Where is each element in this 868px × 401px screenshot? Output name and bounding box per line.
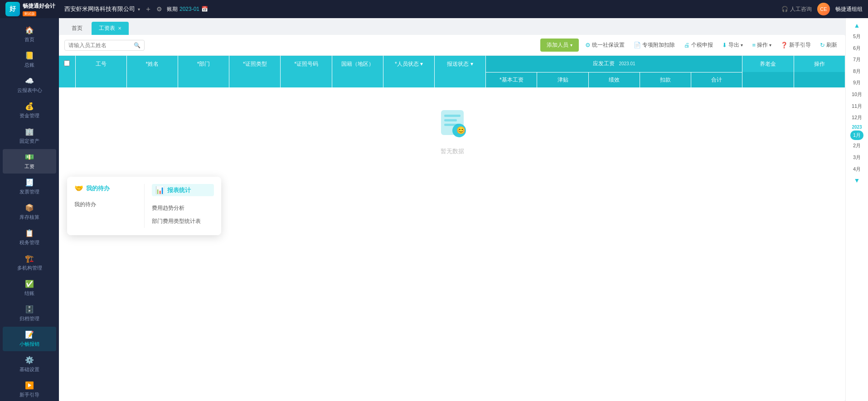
timeline-month-9[interactable]: 9月	[852, 77, 862, 89]
add-person-button[interactable]: 添加人员 ▾	[540, 39, 579, 52]
dropdown-col2-label: 报表统计	[167, 186, 191, 194]
th-cert-no: *证照号码	[281, 56, 332, 72]
settings-icon[interactable]: ⚙	[156, 5, 162, 13]
sidebar-label-inventory: 库存核算	[19, 214, 39, 221]
sidebar-item-fund[interactable]: 💰 资金管理	[3, 98, 56, 123]
period-label: 账期	[167, 5, 178, 13]
home-icon: 🏠	[25, 26, 34, 34]
calendar-icon[interactable]: 📅	[201, 6, 208, 12]
social-insurance-button[interactable]: ⚙ 统一社保设置	[582, 39, 627, 51]
th-sub-cert-no	[281, 72, 332, 87]
search-input[interactable]	[68, 42, 132, 48]
dropdown-col-2: 📊 报表统计 费用趋势分析 部门费用类型统计表	[152, 184, 214, 228]
tab-salary-label: 工资表	[99, 24, 115, 32]
tab-home[interactable]: 首页	[64, 22, 90, 35]
timeline-month-7[interactable]: 7月	[852, 54, 862, 66]
timeline-month-5[interactable]: 5月	[852, 31, 862, 43]
headset-icon: 🎧	[781, 6, 788, 12]
refresh-button[interactable]: ↻ 刷新	[817, 39, 840, 51]
social-insurance-icon: ⚙	[585, 42, 591, 48]
sidebar-item-settlement[interactable]: ✅ 结账	[3, 276, 56, 300]
timeline-month-6[interactable]: 6月	[852, 43, 862, 54]
sidebar-item-ledger[interactable]: 📒 总账	[3, 48, 56, 72]
sidebar-item-invoice[interactable]: 🧾 发票管理	[3, 174, 56, 199]
xiaochang-icon: 📝	[25, 330, 34, 339]
sidebar-item-basic[interactable]: ⚙️ 基础设置	[3, 352, 56, 377]
timeline-month-12[interactable]: 12月	[851, 112, 863, 124]
sidebar-label-invoice: 发票管理	[19, 188, 39, 195]
timeline-month-2[interactable]: 2月	[852, 140, 862, 152]
tax-icon: 📋	[25, 229, 34, 237]
sidebar-item-inventory[interactable]: 📦 库存核算	[3, 200, 56, 224]
special-deduction-label: 专项附加扣除	[642, 41, 675, 49]
special-deduction-button[interactable]: 📄 专项附加扣除	[631, 39, 678, 51]
timeline-nav-up[interactable]: ▲	[852, 20, 862, 31]
svg-text:😊: 😊	[456, 126, 466, 135]
add-person-label: 添加人员	[547, 41, 568, 49]
svg-rect-1	[444, 115, 461, 117]
ledger-icon: 📒	[25, 51, 34, 60]
sidebar-item-home[interactable]: 🏠 首页	[3, 22, 56, 47]
timeline-month-1[interactable]: 1月	[850, 130, 863, 140]
search-icon[interactable]: 🔍	[134, 42, 141, 48]
svg-rect-2	[444, 119, 457, 121]
new-guide-button[interactable]: ❓ 新手引导	[778, 39, 814, 51]
dropdown-item-todo[interactable]: 我的待办	[74, 198, 137, 211]
timeline-month-8[interactable]: 8月	[852, 66, 862, 77]
th-sub-operation	[794, 72, 845, 87]
company-name: 西安虾米网络科技有限公司	[64, 5, 135, 13]
sidebar-item-xiaochang[interactable]: 📝 小畅报销	[3, 327, 56, 351]
timeline-nav-down[interactable]: ▼	[852, 175, 862, 186]
th-sub-cert-type	[229, 72, 281, 87]
th-operation: 操作	[794, 56, 845, 72]
sidebar-item-archive[interactable]: 🗄️ 归档管理	[3, 301, 56, 326]
th-sub-nation	[332, 72, 383, 87]
sidebar-item-salary[interactable]: 💵 工资	[3, 149, 56, 174]
table-header-row: 工号 *姓名 *部门 *证照类型 *证照号码 国籍（地区） *人员状态 ▾ 报送…	[59, 56, 845, 72]
operation-chevron-icon: ▾	[769, 43, 771, 48]
timeline-month-11[interactable]: 11月	[851, 101, 863, 112]
th-name: *姓名	[126, 56, 178, 72]
th-sub-report-status	[435, 72, 486, 87]
dropdown-item-expense-trend[interactable]: 费用趋势分析	[152, 202, 214, 215]
empty-state: 😊 暂无数据	[59, 87, 845, 174]
sidebar-item-cloud-report[interactable]: ☁️ 云报表中心	[3, 73, 56, 97]
operation-icon: ≡	[752, 42, 756, 48]
sidebar-item-tax[interactable]: 📋 税务管理	[3, 225, 56, 250]
sidebar-item-multi-org[interactable]: 🏗️ 多机构管理	[3, 251, 56, 275]
sidebar-label-multi-org: 多机构管理	[17, 265, 42, 271]
th-report-status: 报送状态 ▾	[435, 56, 486, 72]
dropdown-col2-title: 📊 报表统计	[152, 184, 214, 196]
sidebar-label-ledger: 总账	[24, 62, 34, 68]
sidebar-label-basic: 基础设置	[19, 366, 39, 373]
timeline-month-10[interactable]: 10月	[851, 89, 863, 101]
timeline-month-3[interactable]: 3月	[852, 152, 862, 164]
support-button[interactable]: 🎧 人工咨询	[781, 5, 812, 13]
tab-salary[interactable]: 工资表 ✕	[92, 22, 129, 35]
archive-icon: 🗄️	[25, 305, 34, 314]
th-sub-total: 合计	[691, 72, 742, 87]
sidebar-label-xiaochang: 小畅报销	[19, 341, 39, 348]
tax-report-button[interactable]: 🖨 个税申报	[681, 39, 716, 51]
sidebar-label-fund: 资金管理	[19, 112, 39, 119]
operation-button[interactable]: ≡ 操作 ▾	[749, 39, 774, 51]
dropdown-item-dept-expense[interactable]: 部门费用类型统计表	[152, 215, 214, 228]
logo-text: 畅捷通好会计 测试版	[23, 2, 55, 16]
dropdown-col-1: 🤝 我的待办 我的待办	[74, 184, 137, 228]
sidebar-item-fixed-assets[interactable]: 🏢 固定资产	[3, 124, 56, 148]
sidebar-item-new-guide[interactable]: ▶️ 新手引导	[3, 377, 56, 401]
add-company-icon[interactable]: ＋	[145, 5, 152, 14]
tax-report-label: 个税申报	[691, 41, 713, 49]
select-all-checkbox[interactable]	[64, 60, 70, 66]
sidebar-label-salary: 工资	[24, 163, 34, 170]
tab-close-icon[interactable]: ✕	[118, 26, 121, 31]
guide-btn-icon: ❓	[781, 42, 788, 48]
th-sub-deduction: 扣款	[640, 72, 691, 87]
timeline-month-4[interactable]: 4月	[852, 164, 862, 175]
basic-icon: ⚙️	[25, 356, 34, 364]
company-selector[interactable]: 西安虾米网络科技有限公司 ▾	[64, 5, 140, 13]
data-table: 工号 *姓名 *部门 *证照类型 *证照号码 国籍（地区） *人员状态 ▾ 报送…	[59, 56, 845, 87]
refresh-label: 刷新	[826, 41, 837, 49]
invoice-icon: 🧾	[25, 178, 34, 187]
export-button[interactable]: ⬇ 导出 ▾	[719, 39, 746, 51]
